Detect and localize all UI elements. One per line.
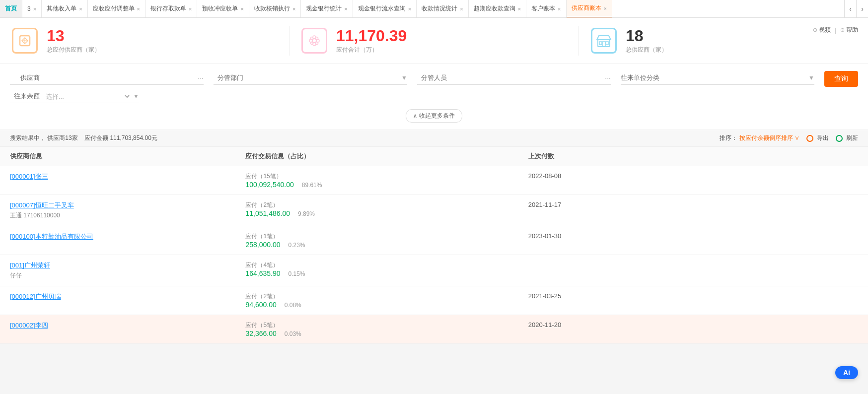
search-area: 供应商 ··· 分管部门 ▼ 分管人员 ··· 往来单位分类 ▼ 查询 往来余额… <box>0 64 868 130</box>
last-pay-date: 2020-11-20 <box>528 321 562 328</box>
svg-point-8 <box>311 37 313 40</box>
nav-tab-overdue-ar[interactable]: 超期应收款查询 × <box>469 0 526 18</box>
sort-value[interactable]: 按应付余额倒序排序 ∨ <box>739 134 799 141</box>
nav-tab-ar-ap-adjust[interactable]: 应收应付调整单 × <box>88 0 145 18</box>
search-result-label: 搜索结果中， 供应商13家 应付金额 111,703,854.00元 <box>10 134 157 142</box>
close-icon[interactable]: × <box>189 6 192 12</box>
result-bar-left: 搜索结果中， 供应商13家 应付金额 111,703,854.00元 <box>10 134 157 142</box>
tx-amount[interactable]: 11,051,486.00 <box>245 209 290 217</box>
table-row: [000002]李四 应付（5笔） 32,366.00 0.03% 2020-1… <box>0 315 868 344</box>
nav-tab-pre-collect[interactable]: 预收冲应收单 × <box>197 0 249 18</box>
help-link[interactable]: 帮助 <box>846 26 858 34</box>
stat-label-amount: 应付合计（万） <box>336 46 407 54</box>
export-icon <box>806 135 813 142</box>
nav-tab-other-income[interactable]: 其他收入单 × <box>42 0 87 18</box>
nav-tab-receipt-verify[interactable]: 收款核销执行 × <box>249 0 301 18</box>
tx-percent: 0.08% <box>285 302 301 309</box>
supplier-sub: 仔仔 <box>10 271 245 280</box>
tx-amount[interactable]: 164,635.90 <box>245 269 280 277</box>
close-icon[interactable]: × <box>408 6 411 12</box>
close-icon[interactable]: × <box>240 6 243 12</box>
nav-arrow-left[interactable]: ‹ <box>844 0 856 18</box>
refresh-button[interactable]: 刷新 <box>836 134 858 142</box>
supplier-link[interactable]: [001]广州荣轩 <box>10 262 50 269</box>
tx-amount[interactable]: 32,366.00 <box>245 329 276 337</box>
supplier-link[interactable]: [000001]张三 <box>10 173 48 180</box>
stat-icon-flower <box>299 26 329 56</box>
nav-arrow-right[interactable]: › <box>856 0 868 18</box>
tx-amount[interactable]: 94,600.00 <box>245 301 276 309</box>
nav-tab-bank-deposit[interactable]: 银行存取款单 × <box>145 0 197 18</box>
search-field-supplier: 供应商 ··· <box>10 73 204 85</box>
table-header: 供应商信息 应付交易信息（占比） 上次付数 <box>0 147 868 166</box>
close-icon[interactable]: × <box>518 6 521 12</box>
tx-percent: 0.03% <box>285 330 301 337</box>
col-header-extra <box>717 152 858 161</box>
close-icon[interactable]: × <box>558 6 561 12</box>
person-dots-icon[interactable]: ··· <box>605 74 611 82</box>
search-field-department: 分管部门 ▼ <box>214 73 407 85</box>
stat-icon-store <box>589 26 619 56</box>
nav-tab-home[interactable]: 首页 <box>0 0 22 18</box>
refresh-icon <box>836 135 843 142</box>
tx-amount[interactable]: 100,092,540.00 <box>245 181 293 189</box>
department-dropdown-icon[interactable]: ▼ <box>401 74 407 81</box>
close-icon[interactable]: × <box>33 6 36 12</box>
nav-tab-cash-bank-stat[interactable]: 现金银行统计 × <box>301 0 353 18</box>
stats-header: 13 总应付供应商（家） 11,170.39 <box>0 18 868 64</box>
tx-amount[interactable]: 258,000.00 <box>245 241 280 249</box>
close-icon[interactable]: × <box>344 6 347 12</box>
supplier-link[interactable]: [000002]李四 <box>10 322 48 329</box>
last-pay-date: 2023-01-30 <box>528 232 562 240</box>
category-input[interactable] <box>654 74 806 81</box>
close-icon[interactable]: × <box>137 6 140 12</box>
supplier-dots-icon[interactable]: ··· <box>198 74 204 82</box>
diamond-icon <box>18 34 32 48</box>
stat-number-amount: 11,170.39 <box>336 28 407 44</box>
supplier-link[interactable]: [000007]恒旺二手叉车 <box>10 201 74 209</box>
close-icon[interactable]: × <box>79 6 82 12</box>
department-label: 分管部门 <box>214 73 243 82</box>
category-label: 往来单位分类 <box>621 73 651 82</box>
nav-tab-3[interactable]: 3 × <box>22 0 42 18</box>
tx-percent: 0.23% <box>289 242 305 249</box>
tx-label: 应付（15笔） <box>245 172 528 181</box>
supplier-link[interactable]: [000012]广州贝瑞 <box>10 293 61 300</box>
nav-tab-customer-ledger[interactable]: 客户账本 × <box>526 0 566 18</box>
close-icon[interactable]: × <box>292 6 295 12</box>
person-input[interactable] <box>451 74 603 81</box>
table-wrapper: 供应商信息 应付交易信息（占比） 上次付数 [000001]张三 应付（15笔）… <box>0 147 868 344</box>
export-button[interactable]: 导出 <box>806 134 829 142</box>
balance-dropdown-icon[interactable]: ▼ <box>133 93 139 100</box>
nav-bar: 首页 3 × 其他收入单 × 应收应付调整单 × 银行存取款单 × 预收冲应收单… <box>0 0 868 18</box>
table-row: [000100]本特勤油品有限公司 应付（1笔） 258,000.00 0.23… <box>0 226 868 255</box>
col-header-lastpay: 上次付数 <box>528 152 717 161</box>
svg-point-11 <box>316 42 318 45</box>
collapse-button[interactable]: ∧ 收起更多条件 <box>406 109 462 123</box>
category-dropdown-icon[interactable]: ▼ <box>808 74 814 81</box>
svg-rect-13 <box>602 42 605 47</box>
stat-number-suppliers: 13 <box>47 28 100 44</box>
search-field-balance: 往来余额 选择... ▼ <box>10 92 139 103</box>
close-icon[interactable]: × <box>460 6 463 12</box>
svg-rect-14 <box>599 42 602 45</box>
nav-tab-collection-stat[interactable]: 收款情况统计 × <box>417 0 468 18</box>
search-row-1: 供应商 ··· 分管部门 ▼ 分管人员 ··· 往来单位分类 ▼ 查询 <box>10 71 858 87</box>
video-link[interactable]: 视频 <box>819 26 831 34</box>
close-icon[interactable]: × <box>604 5 607 11</box>
supplier-link[interactable]: [000100]本特勤油品有限公司 <box>10 233 93 240</box>
stat-divider-2 <box>579 26 579 56</box>
table-row: [001]广州荣轩 仔仔 应付（4笔） 164,635.90 0.15% <box>0 255 868 286</box>
tx-label: 应付（5笔） <box>245 321 528 329</box>
tx-percent: 89.61% <box>302 182 322 189</box>
supplier-input[interactable] <box>44 74 196 81</box>
nav-tab-supplier-ledger[interactable]: 供应商账本 × <box>567 0 612 18</box>
department-input[interactable] <box>247 74 399 81</box>
svg-point-10 <box>311 42 313 45</box>
balance-select[interactable]: 选择... <box>44 92 131 101</box>
query-button[interactable]: 查询 <box>824 71 858 87</box>
stat-block-amount: 11,170.39 应付合计（万） <box>299 26 569 56</box>
tx-percent: 0.15% <box>289 270 305 277</box>
nav-tab-cash-bank-flow[interactable]: 现金银行流水查询 × <box>353 0 417 18</box>
last-pay-date: 2022-08-08 <box>528 172 562 180</box>
